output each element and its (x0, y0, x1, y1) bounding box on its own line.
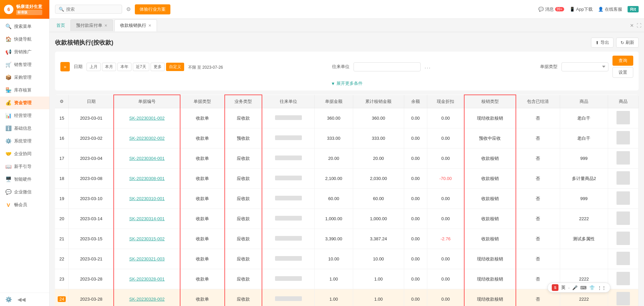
user-avatar[interactable]: Rit (628, 6, 639, 12)
app-download-item[interactable]: 📱 App下载 (570, 6, 593, 12)
date-7days[interactable]: 近7天 (133, 63, 149, 71)
cell-accum: 360.00 (353, 108, 404, 128)
cell-discount: 0.00 (427, 128, 464, 148)
cell-partner (262, 148, 314, 169)
sidebar-item-marketing[interactable]: 📢 营销推广 (0, 46, 49, 58)
partner-input[interactable] (354, 62, 421, 71)
sougou-bar: S 英 · 🎤 ⌨ 👕 ⋮⋮ (547, 283, 610, 293)
cell-included: 否 (516, 108, 560, 128)
settings-button[interactable]: 设置 (612, 67, 633, 78)
sidebar-item-base[interactable]: ℹ️ 基础信息 (0, 122, 49, 135)
sougou-grid[interactable]: ⋮⋮ (597, 285, 606, 290)
sidebar-item-label: 资金管理 (14, 100, 32, 106)
doc-no-link[interactable]: SK-20230321-003 (129, 256, 165, 261)
cell-date: 2023-03-14 (69, 209, 114, 229)
sougou-dot: · (568, 285, 570, 290)
sidebar-item-finance[interactable]: 💰 资金管理 (0, 97, 49, 109)
cell-date: 2023-03-28 (69, 289, 114, 306)
sidebar-item-system[interactable]: ⚙️ 系统管理 (0, 135, 49, 147)
filter-expand-button[interactable]: » (60, 62, 70, 71)
topbar-search-box[interactable]: 🔍 (55, 5, 122, 14)
close-all-icon[interactable]: ✕ (630, 23, 634, 28)
tab1-close-icon[interactable]: ✕ (104, 23, 107, 28)
sidebar-item-label: 营销推广 (14, 49, 32, 55)
cell-biz-type: 应收款 (225, 189, 262, 209)
cell-balance: 0.00 (404, 209, 427, 229)
table-body: 15 2023-03-01 SK-20230301-002 收款单 应收款 36… (55, 108, 639, 306)
collapse-icon[interactable]: ◀◀ (17, 296, 25, 303)
date-this-year[interactable]: 本年 (117, 63, 131, 71)
sidebar-item-guide[interactable]: 📖 新手引导 (0, 160, 49, 173)
cell-doc-no: SK-20230328-002 (114, 289, 180, 306)
doc-no-link[interactable]: SK-20230310-001 (129, 196, 165, 201)
sidebar-item-label: 销售管理 (14, 62, 32, 68)
tab-prepay[interactable]: 预付款应付单 ✕ (70, 19, 113, 31)
sidebar-item-label: 基础信息 (14, 125, 32, 131)
cell-partner (262, 289, 314, 306)
cell-biz-type: 应收款 (225, 249, 262, 269)
system-icon: ⚙️ (5, 138, 11, 144)
cell-verify-type: 收款核销 (464, 229, 516, 249)
cell-balance: 0.00 (404, 108, 427, 128)
sidebar-item-hardware[interactable]: 🖥️ 智能硬件 (0, 173, 49, 186)
sidebar-item-operations[interactable]: 📊 经营管理 (0, 109, 49, 122)
sougou-shirt[interactable]: 👕 (589, 285, 595, 290)
date-this-month[interactable]: 本月 (102, 63, 116, 71)
col-settings[interactable]: ⚙ (55, 95, 69, 108)
logo-icon: 6 (4, 5, 13, 14)
search-icon: 🔍 (59, 7, 64, 12)
doc-no-link[interactable]: SK-20230302-002 (129, 136, 165, 141)
tab2-close-icon[interactable]: ✕ (148, 23, 151, 28)
cell-verify-type: 现结收款核销 (464, 249, 516, 269)
cell-date: 2023-03-10 (69, 189, 114, 209)
date-custom[interactable]: 自定义 (166, 63, 184, 71)
cell-included: 否 (516, 169, 560, 189)
sidebar-item-wechat[interactable]: 💬 企业微信 (0, 186, 49, 198)
date-range-display: 不限 至 2023-07-26 (188, 65, 223, 70)
date-last-month[interactable]: 上月 (87, 63, 101, 71)
doc-type-select[interactable] (561, 62, 608, 71)
query-button[interactable]: 查询 (612, 56, 633, 66)
expand-icon[interactable]: ⛶ (637, 23, 641, 28)
doc-no-link[interactable]: SK-20230308-001 (129, 176, 165, 181)
sidebar-item-quicknav[interactable]: 🏠 快捷导航 (0, 33, 49, 46)
doc-no-link[interactable]: SK-20230301-002 (129, 116, 165, 121)
expand-conditions-link[interactable]: ▼ 展开更多条件 (331, 80, 363, 86)
message-item[interactable]: 💬 消息 99+ (538, 6, 564, 12)
search-input[interactable] (66, 7, 113, 12)
table-row: 16 2023-03-02 SK-20230302-002 收款单 预收款 33… (55, 128, 639, 148)
filter-area: » 日期 上月 本月 本年 近7天 更多 自定义 不限 至 2023-07-26… (55, 52, 639, 90)
cell-accum: 1.00 (353, 289, 404, 306)
refresh-button[interactable]: ↻ 刷新 (616, 38, 639, 48)
cell-verify-type: 现结收款核销 (464, 269, 516, 289)
cell-doc-type: 收款单 (180, 128, 225, 148)
online-service-item[interactable]: 👤 在线客服 (598, 6, 622, 12)
doc-no-link[interactable]: SK-20230314-001 (129, 216, 165, 221)
sidebar-item-label: 新手引导 (14, 164, 32, 170)
sougou-keyboard[interactable]: ⌨ (580, 285, 587, 290)
cell-date: 2023-03-28 (69, 269, 114, 289)
sidebar-item-search[interactable]: 🔍 搜索菜单 (0, 20, 49, 33)
sidebar-item-sales[interactable]: 🛒 销售管理 (0, 58, 49, 71)
doc-no-link[interactable]: SK-20230304-001 (129, 156, 165, 161)
cell-doc-type: 收款单 (180, 209, 225, 229)
sidebar-item-inventory[interactable]: 🏪 库存核算 (0, 84, 49, 97)
doc-no-link[interactable]: SK-20230328-001 (129, 277, 165, 282)
table-scroll[interactable]: ⚙ 日期 单据编号 单据类型 业务类型 往来单位 单据金额 累计核销金额 余额 … (55, 95, 639, 306)
tab-verify[interactable]: 收款核销执行 ✕ (114, 19, 157, 32)
settings-bottom-icon[interactable]: ⚙️ (5, 296, 12, 303)
solution-button[interactable]: 体验行业方案 (135, 4, 170, 14)
date-more[interactable]: 更多 (151, 63, 165, 71)
doc-no-link[interactable]: SK-20230315-002 (129, 236, 165, 241)
gear-icon[interactable]: ⚙ (126, 6, 131, 12)
sougou-voice[interactable]: 🎤 (572, 285, 578, 290)
sidebar-item-purchase[interactable]: 📦 采购管理 (0, 71, 49, 84)
sidebar-nav: 🔍 搜索菜单 🏠 快捷导航 📢 营销推广 🛒 销售管理 📦 采购管理 🏪 库存核… (0, 19, 49, 293)
export-button[interactable]: ⬆ 导出 (591, 38, 613, 48)
sidebar-item-member[interactable]: V 畅会员 (0, 198, 49, 211)
tab-home[interactable]: 首页 (52, 20, 69, 31)
settings-icon: ⚙ (60, 99, 64, 104)
sidebar-item-corp[interactable]: 🤝 企业协同 (0, 147, 49, 160)
expand-double-icon: » (64, 64, 66, 69)
doc-no-link[interactable]: SK-20230328-002 (129, 297, 165, 302)
